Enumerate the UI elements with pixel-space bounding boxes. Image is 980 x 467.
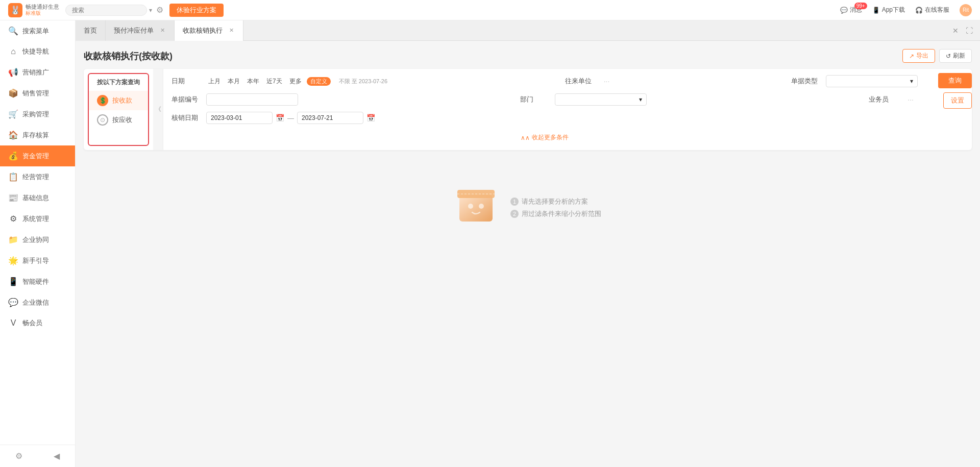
tab-close-all-icon[interactable]: ✕ [949,24,962,37]
date-last-month[interactable]: 上月 [206,76,223,87]
verify-date-end-input[interactable] [297,112,363,124]
filter-settings-button[interactable]: 设置 [943,92,972,109]
voucher-type-select[interactable]: ▾ [826,75,918,87]
department-label: 部门 [520,95,547,104]
industry-solution-button[interactable]: 休验行业方案 [169,4,224,17]
sidebar-item-guide[interactable]: 🌟 新手引导 [0,250,75,271]
sidebar-item-system[interactable]: ⚙ 系统管理 [0,208,75,229]
user-avatar[interactable]: Rit [960,4,972,16]
enterprise-icon: 📁 [8,235,18,244]
topbar-right: 💬 消息 99+ 📱 App下载 🎧 在线客服 Rit [840,4,972,16]
empty-state-icon [454,181,500,227]
main-content: 收款核销执行(按收款) ↗ 导出 ↺ 刷新 按以下方案查询 💲 按收款 ⊙ 按应… [76,41,980,467]
export-icon: ↗ [909,53,914,60]
counterparty-dots: ··· [600,75,614,87]
sidebar-item-basic-info[interactable]: 📰 基础信息 [0,187,75,208]
app-download-button[interactable]: 📱 App下载 [872,6,905,14]
sidebar-item-hardware[interactable]: 📱 智能硬件 [0,271,75,292]
verify-date-start-input[interactable] [206,112,273,124]
filter-collapse-button[interactable]: 《 [153,69,163,150]
sales-icon: 📦 [8,88,18,98]
filter-row-2: 单据编号 部门 ▾ 业务员 ··· [172,93,918,106]
logo-icon: 🐰 [8,3,22,17]
sidebar-item-quick-nav[interactable]: ⌂ 快捷导航 [0,41,75,62]
counterparty-label: 往来单位 [565,77,592,86]
date-label: 日期 [172,77,198,86]
app-icon: 📱 [872,7,880,14]
date-custom-badge[interactable]: 自定义 [307,77,331,86]
quick-nav-icon: ⌂ [8,47,18,56]
date-this-month[interactable]: 本月 [226,76,242,87]
query-button[interactable]: 查询 [938,73,972,88]
date-more[interactable]: 更多 [287,76,304,87]
date-options: 上月 本月 本年 近7天 更多 自定义 [206,76,331,87]
verify-date-end-calendar-icon[interactable]: 📅 [366,114,375,122]
staff-dots: ··· [903,93,918,106]
member-icon: V [8,318,18,328]
voucher-no-input[interactable] [206,93,298,106]
filter-row-3: 核销日期 📅 — 📅 [172,112,918,124]
message-icon: 💬 [840,7,848,14]
search-dropdown-icon[interactable]: ▾ [149,7,152,14]
sidebar-bottom-settings-icon[interactable]: ⚙ [11,449,27,463]
search-menu-icon: 🔍 [8,26,18,36]
sidebar-item-marketing[interactable]: 📢 营销推广 [0,62,75,83]
sidebar-item-wechat[interactable]: 💬 企业微信 [0,292,75,313]
empty-box-svg [454,181,500,227]
sidebar-item-purchase[interactable]: 🛒 采购管理 [0,104,75,125]
svg-point-3 [479,204,484,209]
hardware-icon: 📱 [8,277,18,286]
sidebar-item-member[interactable]: V 畅会员 [0,313,75,333]
filter-by-receipt[interactable]: 💲 按收款 [89,91,148,110]
tab-receipt-offset[interactable]: 收款核销执行 ✕ [175,20,243,41]
voucher-type-label: 单据类型 [791,77,818,86]
system-icon: ⚙ [8,214,18,224]
refresh-icon: ↺ [946,53,951,60]
marketing-icon: 📢 [8,67,18,77]
date-this-year[interactable]: 本年 [245,76,261,87]
tab-prepay-close-icon[interactable]: ✕ [159,27,166,34]
collapse-more-button[interactable]: ∧∧ 收起更多条件 [172,130,918,144]
sidebar-item-search-menu[interactable]: 🔍 搜索菜单 [0,20,75,41]
sidebar-item-finance[interactable]: 💰 资金管理 [0,145,75,166]
filter-type-sidebar: 按以下方案查询 💲 按收款 ⊙ 按应收 [88,73,149,146]
empty-hint-1: 1 请先选择要分析的方案 [510,195,601,208]
messages-badge: 99+ [854,3,867,9]
voucher-type-chevron-icon: ▾ [910,78,913,85]
messages-button[interactable]: 💬 消息 99+ [840,6,862,14]
filter-by-receivable[interactable]: ⊙ 按应收 [89,110,148,130]
empty-hint-2: 2 用过滤条件来缩小分析范围 [510,208,601,220]
voucher-no-label: 单据编号 [172,95,198,104]
sidebar-collapse-icon[interactable]: ◀ [50,449,64,463]
app-logo: 🐰 畅捷通好生意 标准版 [8,3,59,17]
sidebar-item-operations[interactable]: 📋 经营管理 [0,166,75,187]
by-receivable-icon: ⊙ [97,114,108,126]
verify-date-start-calendar-icon[interactable]: 📅 [276,114,284,122]
page-title: 收款核销执行(按收款) [84,50,173,62]
query-btn-area: 查询 设置 [926,69,972,150]
service-icon: 🎧 [915,7,923,14]
sidebar: 🔍 搜索菜单 ⌂ 快捷导航 📢 营销推广 📦 销售管理 🛒 采购管理 🏠 库存核… [0,20,76,467]
guide-icon: 🌟 [8,256,18,265]
topbar-settings-icon[interactable]: ⚙ [156,5,163,15]
finance-icon: 💰 [8,151,18,161]
by-receipt-icon: 💲 [97,95,108,106]
sidebar-item-inventory[interactable]: 🏠 库存核算 [0,125,75,145]
svg-rect-0 [459,195,493,222]
staff-label: 业务员 [869,95,895,104]
date-last-7-days[interactable]: 近7天 [264,76,284,87]
sidebar-item-enterprise[interactable]: 📁 企业协同 [0,229,75,250]
department-select[interactable]: ▾ [555,93,647,106]
online-service-button[interactable]: 🎧 在线客服 [915,6,949,14]
export-button[interactable]: ↗ 导出 [902,49,935,63]
filter-sidebar-title: 按以下方案查询 [89,76,148,91]
sidebar-item-sales[interactable]: 📦 销售管理 [0,83,75,104]
basic-info-icon: 📰 [8,193,18,203]
tab-expand-icon[interactable]: ⛶ [963,24,976,37]
search-input[interactable] [65,5,147,16]
tab-prepay-offset[interactable]: 预付冲应付单 ✕ [106,20,175,41]
tab-receipt-close-icon[interactable]: ✕ [228,27,235,34]
refresh-button[interactable]: ↺ 刷新 [939,49,972,63]
tab-home[interactable]: 首页 [76,20,106,41]
page-actions: ↗ 导出 ↺ 刷新 [902,49,972,63]
